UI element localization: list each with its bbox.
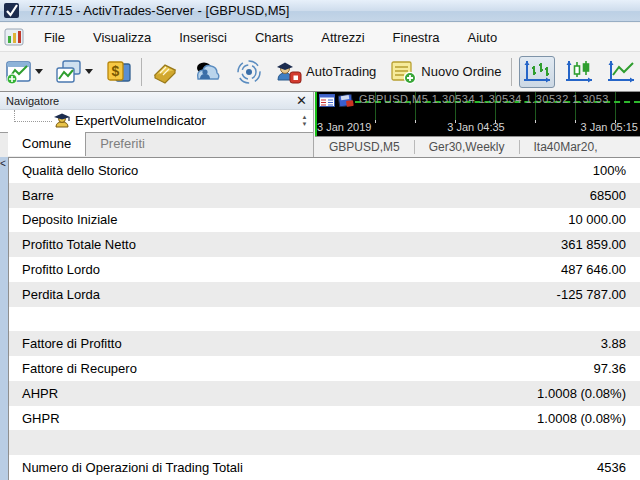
- autotrading-button[interactable]: AutoTrading: [273, 56, 378, 88]
- market-watch-button[interactable]: $: [104, 56, 134, 88]
- toolbar-separator: [511, 58, 512, 86]
- save-icon: [338, 94, 354, 107]
- candlestick-chart-button[interactable]: [562, 56, 596, 88]
- menu-item-attrezzi[interactable]: Attrezzi: [307, 25, 378, 50]
- line-chart-icon: [606, 59, 636, 85]
- window-check-icon: [4, 3, 20, 19]
- report-row-blank[interactable]: [9, 307, 640, 332]
- report-row-label: AHPR: [9, 386, 58, 401]
- menu-item-file[interactable]: File: [30, 25, 79, 50]
- time-axis: 3 Jan 20193 Jan 04:353 Jan 05:15: [315, 121, 640, 136]
- chart-canvas[interactable]: GBPUSD,M5 1.30534 1.30534 1.30532 1.3053…: [315, 92, 640, 136]
- toolbar-separator: [141, 58, 142, 86]
- tree-item-expertvolumeindicator[interactable]: ExpertVolumeIndicator: [75, 113, 206, 128]
- new-order-button[interactable]: Nuovo Ordine: [388, 56, 503, 88]
- new-chart-icon: [6, 59, 32, 85]
- data-window-icon: [319, 94, 335, 107]
- report-table: Qualità dello Storico100%Barre68500Depos…: [8, 157, 640, 480]
- report-row[interactable]: Fattore di Recupero97.36: [9, 356, 640, 381]
- menu-item-inserisci[interactable]: Inserisci: [165, 25, 241, 50]
- window-title: 777715 - ActivTrades-Server - [GBPUSD,M5…: [29, 3, 289, 18]
- signals-button[interactable]: [233, 56, 265, 88]
- chart-tab-ita40mar20-[interactable]: Ita40Mar20,: [520, 140, 612, 154]
- new-chart-button[interactable]: [4, 56, 45, 88]
- time-axis-label: 3 Jan 2019: [317, 121, 371, 136]
- tab-comune[interactable]: Comune: [8, 132, 86, 156]
- menu-item-visualizza[interactable]: Visualizza: [79, 25, 165, 50]
- report-row[interactable]: Fattore di Profitto3.88: [9, 331, 640, 356]
- report-row-label: Qualità dello Storico: [9, 163, 138, 178]
- toolbar: $: [0, 52, 640, 92]
- collapse-left-icon: <: [0, 158, 6, 169]
- report-row-label: Numero di Operazioni di Trading Totali: [9, 460, 243, 475]
- report-row-value: 361 859.00: [561, 237, 640, 252]
- scroll-spinner[interactable]: ▲▼: [298, 111, 311, 131]
- chart-symbol-quote: GBPUSD,M5 1.30534 1.30534 1.30532 1.3053: [359, 93, 609, 105]
- report-row[interactable]: Numero di Operazioni di Trading Totali45…: [9, 455, 640, 480]
- chart-tab-bar: GBPUSD,M5Ger30,WeeklyIta40Mar20,: [315, 136, 640, 157]
- report-row-label: Perdita Lorda: [9, 287, 100, 302]
- navigator-tabs: Comune Preferiti: [0, 132, 313, 157]
- report-row-blank[interactable]: [9, 430, 640, 455]
- report-row-value: 100%: [593, 163, 640, 178]
- expert-advisor-icon: [53, 112, 71, 128]
- chart-tab-ger30-weekly[interactable]: Ger30,Weekly: [415, 140, 519, 154]
- menu-item-finestra[interactable]: Finestra: [379, 25, 454, 50]
- report-row[interactable]: Profitto Lordo487 646.00: [9, 257, 640, 282]
- candlestick-chart-icon: [564, 59, 594, 85]
- report-row-value: 10 000.00: [568, 212, 640, 227]
- menu-bar: FileVisualizzaInserisciChartsAttrezziFin…: [0, 23, 640, 52]
- report-row[interactable]: AHPR1.0008 (0.08%): [9, 381, 640, 406]
- tester-report: < Qualità dello Storico100%Barre68500Dep…: [0, 157, 640, 480]
- report-row-value: 4536: [597, 460, 640, 475]
- mql5-community-button[interactable]: [191, 56, 223, 88]
- report-row-value: 1.0008 (0.08%): [537, 386, 640, 401]
- new-order-icon: [390, 59, 417, 85]
- report-row-label: Profitto Lordo: [9, 262, 100, 277]
- autotrading-icon: [275, 59, 302, 85]
- arrow-up-icon: ▲: [302, 114, 308, 121]
- time-axis-label: 3 Jan 04:35: [447, 121, 505, 136]
- report-row-value: 487 646.00: [561, 262, 640, 277]
- market-watch-icon: $: [106, 59, 132, 85]
- tree-branch-line: [14, 121, 52, 122]
- navigator-tree: ExpertVolumeIndicator ▲▼: [0, 110, 313, 132]
- report-row-value: 97.36: [593, 361, 640, 376]
- report-row[interactable]: Qualità dello Storico100%: [9, 158, 640, 183]
- history-center-button[interactable]: [149, 56, 181, 88]
- bar-chart-button[interactable]: [519, 56, 555, 88]
- menu-item-charts[interactable]: Charts: [241, 25, 307, 50]
- report-row[interactable]: Barre68500: [9, 183, 640, 208]
- report-row-value: 1.0008 (0.08%): [537, 411, 640, 426]
- navigator-panel: Navigatore ✕ ExpertVolumeIndicator ▲▼ Co…: [0, 92, 314, 157]
- report-row-value: 68500: [590, 188, 640, 203]
- report-row-label: Profitto Totale Netto: [9, 237, 136, 252]
- time-axis-label: 3 Jan 05:15: [581, 121, 639, 136]
- autotrading-label: AutoTrading: [306, 64, 376, 79]
- menu-item-aiuto[interactable]: Aiuto: [454, 25, 512, 50]
- report-row-value: -125 787.00: [557, 287, 640, 302]
- report-row[interactable]: GHPR1.0008 (0.08%): [9, 406, 640, 431]
- close-icon[interactable]: ✕: [296, 95, 307, 107]
- chevron-down-icon: [85, 69, 93, 74]
- line-chart-button[interactable]: [604, 56, 638, 88]
- report-row[interactable]: Perdita Lorda-125 787.00: [9, 282, 640, 307]
- bar-chart-icon: [522, 59, 552, 85]
- report-row-value: 3.88: [601, 336, 640, 351]
- tab-preferiti[interactable]: Preferiti: [86, 133, 159, 157]
- profiles-icon: [56, 59, 82, 85]
- report-row-label: Deposito Iniziale: [9, 212, 117, 227]
- chart-tab-gbpusd-m5[interactable]: GBPUSD,M5: [315, 140, 414, 154]
- menu-items: FileVisualizzaInserisciChartsAttrezziFin…: [30, 25, 511, 50]
- panel-collapse-strip[interactable]: <: [0, 157, 8, 480]
- navigator-title: Navigatore: [6, 95, 59, 107]
- chevron-down-icon: [35, 69, 43, 74]
- signals-icon: [235, 59, 263, 85]
- profiles-button[interactable]: [54, 56, 95, 88]
- metatrader-window: 777715 - ActivTrades-Server - [GBPUSD,M5…: [0, 0, 640, 480]
- report-row[interactable]: Deposito Iniziale10 000.00: [9, 208, 640, 233]
- title-bar: 777715 - ActivTrades-Server - [GBPUSD,M5…: [0, 0, 640, 22]
- report-row[interactable]: Profitto Totale Netto361 859.00: [9, 232, 640, 257]
- report-row-label: Fattore di Profitto: [9, 336, 122, 351]
- navigator-header: Navigatore ✕: [0, 92, 313, 110]
